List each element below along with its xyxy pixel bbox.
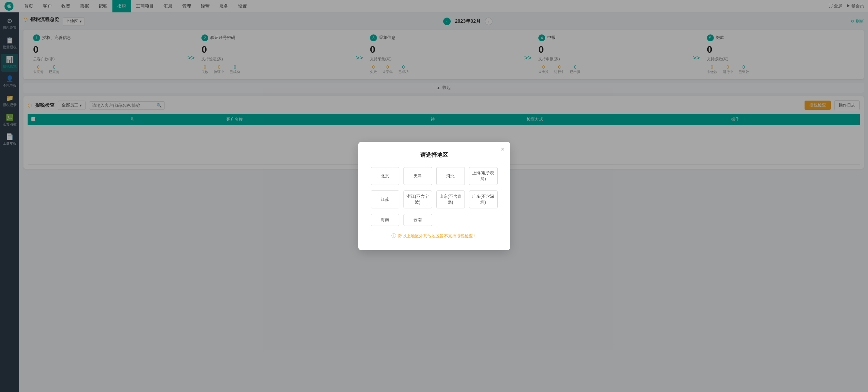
region-grid-row1: 北京 天津 河北 上海(电子税局) <box>371 167 498 185</box>
region-btn-jiangsu[interactable]: 江苏 <box>371 190 399 208</box>
region-btn-shandong[interactable]: 山东(不含青岛) <box>436 190 465 208</box>
region-btn-beijing[interactable]: 北京 <box>371 167 399 185</box>
region-btn-tianjin[interactable]: 天津 <box>403 167 432 185</box>
region-btn-yunnan[interactable]: 云南 <box>403 214 432 226</box>
modal-title: 请选择地区 <box>371 152 498 159</box>
modal-close-btn[interactable]: × <box>501 146 505 152</box>
modal-overlay: × 请选择地区 北京 天津 河北 上海(电子税局) 江苏 浙江(不含宁波) 山东… <box>0 0 868 392</box>
region-grid-row3: 海南 云南 <box>371 214 498 226</box>
region-empty-1 <box>436 214 465 226</box>
region-btn-zhejiang[interactable]: 浙江(不含宁波) <box>403 190 432 208</box>
region-btn-hainan[interactable]: 海南 <box>371 214 399 226</box>
warning-icon: ⓘ <box>391 233 396 239</box>
region-grid-row2: 江苏 浙江(不含宁波) 山东(不含青岛) 广东(不含深圳) <box>371 190 498 208</box>
region-select-modal: × 请选择地区 北京 天津 河北 上海(电子税局) 江苏 浙江(不含宁波) 山东… <box>358 142 510 250</box>
warning-text: 除以上地区外其他地区暂不支持报税检查！ <box>398 233 477 239</box>
region-btn-hebei[interactable]: 河北 <box>436 167 465 185</box>
region-btn-shanghai[interactable]: 上海(电子税局) <box>469 167 498 185</box>
region-btn-guangdong[interactable]: 广东(不含深圳) <box>469 190 498 208</box>
region-empty-2 <box>469 214 498 226</box>
modal-warning: ⓘ 除以上地区外其他地区暂不支持报税检查！ <box>371 233 498 239</box>
